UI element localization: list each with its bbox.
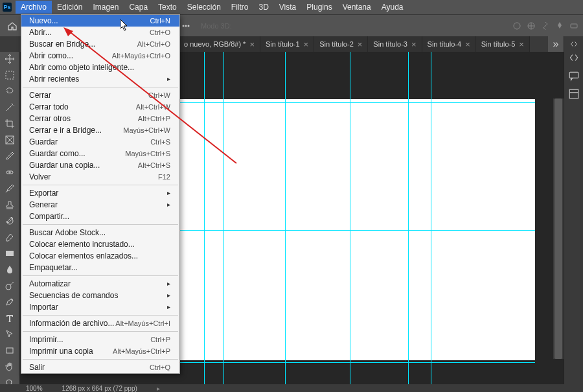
eyedropper-tool-icon[interactable] bbox=[2, 149, 17, 163]
menu-ventana[interactable]: Ventana bbox=[337, 1, 376, 14]
menu-plugins[interactable]: Plugins bbox=[301, 1, 337, 14]
menu-item-informaci-n-de-archivo-[interactable]: Información de archivo...Alt+Mayús+Ctrl+… bbox=[21, 317, 179, 329]
menu-imagen[interactable]: Imagen bbox=[87, 1, 124, 14]
properties-panel-icon[interactable] bbox=[568, 88, 580, 100]
lasso-tool-icon[interactable] bbox=[2, 84, 17, 98]
menu-item-abrir-como-objeto-inteligente-[interactable]: Abrir como objeto inteligente... bbox=[21, 62, 179, 73]
menu-3d[interactable]: 3D bbox=[253, 1, 273, 14]
menu-bar: Ps ArchivoEdiciónImagenCapaTextoSelecció… bbox=[0, 0, 583, 14]
menu-item-cerrar[interactable]: CerrarCtrl+W bbox=[21, 89, 179, 101]
menu-item-abrir-[interactable]: Abrir...Ctrl+O bbox=[21, 27, 179, 38]
menu-edición[interactable]: Edición bbox=[52, 1, 87, 14]
stamp-tool-icon[interactable] bbox=[2, 198, 17, 212]
document-tab[interactable]: Sin título-4× bbox=[422, 36, 476, 52]
vertical-scrollbar[interactable] bbox=[553, 98, 564, 359]
gradient-tool-icon[interactable] bbox=[2, 246, 17, 260]
menu-item-importar[interactable]: Importar bbox=[21, 301, 179, 313]
svg-rect-25 bbox=[571, 24, 577, 28]
menu-item-nuevo-[interactable]: Nuevo...Ctrl+N bbox=[21, 15, 179, 27]
guide-vertical[interactable] bbox=[285, 52, 286, 384]
rectangle-tool-icon[interactable] bbox=[2, 343, 17, 358]
close-tab-icon[interactable]: × bbox=[465, 40, 470, 49]
type-tool-icon[interactable] bbox=[2, 311, 17, 325]
menu-item-abrir-recientes[interactable]: Abrir recientes bbox=[21, 73, 179, 85]
menu-capa[interactable]: Capa bbox=[124, 1, 153, 14]
menu-vista[interactable]: Vista bbox=[274, 1, 301, 14]
wand-tool-icon[interactable] bbox=[2, 100, 17, 115]
frame-tool-icon[interactable] bbox=[2, 133, 17, 147]
menu-item-guardar-una-copia-[interactable]: Guardar una copia...Alt+Ctrl+S bbox=[21, 159, 179, 171]
tool-panel bbox=[0, 36, 19, 392]
comment-panel-icon[interactable] bbox=[568, 70, 580, 82]
move-tool-icon[interactable] bbox=[2, 52, 17, 66]
menu-texto[interactable]: Texto bbox=[153, 1, 182, 14]
marquee-tool-icon[interactable] bbox=[2, 68, 17, 82]
menu-item-secuencias-de-comandos[interactable]: Secuencias de comandos bbox=[21, 290, 179, 301]
svg-rect-33 bbox=[569, 72, 578, 78]
tabs-overflow-icon[interactable]: » bbox=[548, 36, 564, 52]
menu-item-compartir-[interactable]: Compartir... bbox=[21, 211, 179, 222]
close-tab-icon[interactable]: × bbox=[519, 40, 524, 49]
menu-item-cerrar-e-ir-a-bridge-[interactable]: Cerrar e ir a Bridge...Mayús+Ctrl+W bbox=[21, 124, 179, 136]
document-tab[interactable]: Sin título-2× bbox=[314, 36, 368, 52]
healing-tool-icon[interactable] bbox=[2, 165, 17, 179]
menu-archivo[interactable]: Archivo bbox=[16, 1, 52, 14]
svg-rect-31 bbox=[6, 348, 13, 353]
menu-item-cerrar-otros[interactable]: Cerrar otrosAlt+Ctrl+P bbox=[21, 113, 179, 124]
dodge-tool-icon[interactable] bbox=[2, 279, 17, 293]
menu-item-colocar-elementos-enlazados-[interactable]: Colocar elementos enlazados... bbox=[21, 250, 179, 262]
guide-vertical[interactable] bbox=[408, 52, 409, 384]
menu-item-cerrar-todo[interactable]: Cerrar todoAlt+Ctrl+W bbox=[21, 101, 179, 113]
menu-item-buscar-en-bridge-[interactable]: Buscar en Bridge...Alt+Ctrl+O bbox=[21, 38, 179, 50]
menu-ayuda[interactable]: Ayuda bbox=[376, 1, 409, 14]
path-select-icon[interactable] bbox=[2, 327, 17, 341]
guide-vertical[interactable] bbox=[204, 52, 205, 384]
zoom-level[interactable]: 100% bbox=[26, 385, 43, 392]
menu-item-colocar-elemento-incrustado-[interactable]: Colocar elemento incrustado... bbox=[21, 238, 179, 250]
menu-selección[interactable]: Selección bbox=[182, 1, 226, 14]
mode-3d-icons bbox=[512, 21, 579, 31]
menu-item-salir[interactable]: SalirCtrl+Q bbox=[21, 362, 179, 373]
document-tab[interactable]: Sin título-1× bbox=[260, 36, 314, 52]
close-tab-icon[interactable]: × bbox=[358, 40, 363, 49]
menu-item-generar[interactable]: Generar bbox=[21, 199, 179, 211]
menu-item-abrir-como-[interactable]: Abrir como...Alt+Mayús+Ctrl+O bbox=[21, 50, 179, 62]
menu-item-volver[interactable]: VolverF12 bbox=[21, 171, 179, 183]
menu-item-automatizar[interactable]: Automatizar bbox=[21, 278, 179, 290]
document-tab[interactable]: o nuevo, RGB/8#) *× bbox=[179, 36, 260, 52]
menu-item-guardar-como-[interactable]: Guardar como...Mayús+Ctrl+S bbox=[21, 148, 179, 159]
hand-tool-icon[interactable] bbox=[2, 360, 17, 374]
share-button[interactable] bbox=[564, 36, 583, 52]
home-icon[interactable] bbox=[4, 18, 21, 34]
menu-filtro[interactable]: Filtro bbox=[226, 1, 254, 14]
eraser-tool-icon[interactable] bbox=[2, 230, 17, 244]
crop-tool-icon[interactable] bbox=[2, 117, 17, 131]
document-dimensions: 1268 px x 664 px (72 ppp) bbox=[62, 385, 137, 392]
status-bar: 100% 1268 px x 664 px (72 ppp) ▸ bbox=[0, 384, 583, 392]
mode-3d-label: Modo 3D: bbox=[201, 22, 232, 30]
close-tab-icon[interactable]: × bbox=[304, 40, 309, 49]
menu-item-empaquetar-[interactable]: Empaquetar... bbox=[21, 262, 179, 273]
document-tab[interactable]: Sin título-3× bbox=[368, 36, 422, 52]
svg-point-23 bbox=[514, 23, 520, 29]
pen-tool-icon[interactable] bbox=[2, 295, 17, 309]
blur-tool-icon[interactable] bbox=[2, 262, 17, 277]
menu-item-buscar-adobe-stock-[interactable]: Buscar Adobe Stock... bbox=[21, 227, 179, 238]
document-tab[interactable]: Sin título-5× bbox=[476, 36, 530, 52]
menu-item-imprimir-una-copia[interactable]: Imprimir una copiaAlt+Mayús+Ctrl+P bbox=[21, 345, 179, 357]
expand-panel-icon[interactable] bbox=[568, 52, 580, 63]
guide-vertical[interactable] bbox=[350, 52, 350, 384]
close-tab-icon[interactable]: × bbox=[249, 40, 255, 49]
menu-item-imprimir-[interactable]: Imprimir...Ctrl+P bbox=[21, 334, 179, 345]
guide-vertical[interactable] bbox=[431, 52, 431, 384]
close-tab-icon[interactable]: × bbox=[411, 40, 417, 49]
brush-tool-icon[interactable] bbox=[2, 181, 17, 196]
guide-vertical[interactable] bbox=[223, 52, 224, 384]
file-menu-dropdown: Nuevo...Ctrl+NAbrir...Ctrl+OBuscar en Br… bbox=[21, 14, 180, 374]
menu-item-exportar[interactable]: Exportar bbox=[21, 187, 179, 199]
history-brush-icon[interactable] bbox=[2, 214, 17, 228]
mouse-cursor bbox=[120, 19, 131, 32]
menu-item-guardar[interactable]: GuardarCtrl+S bbox=[21, 136, 179, 148]
panel-dock bbox=[564, 36, 583, 392]
svg-point-21 bbox=[185, 25, 187, 27]
